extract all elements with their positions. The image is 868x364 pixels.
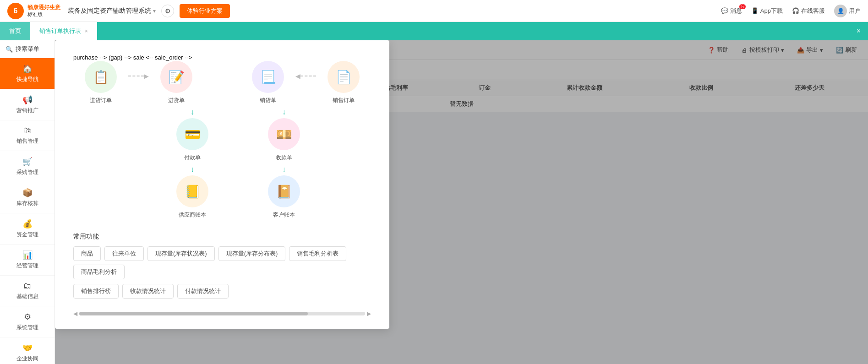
tab-close-icon[interactable]: × — [85, 28, 88, 34]
settings-gear-button[interactable]: ⚙ — [161, 5, 174, 17]
supplier-ledger-circle: 📒 — [176, 175, 208, 207]
btn-goods[interactable]: 商品 — [73, 246, 101, 261]
sale-icon: 📃 — [260, 70, 276, 85]
collab-icon: 🤝 — [22, 343, 33, 353]
online-service-button[interactable]: 🎧 在线客服 — [792, 7, 825, 15]
sidebar-item-operations[interactable]: 📊 经营管理 — [0, 244, 55, 276]
sidebar-item-marketing[interactable]: 📢 营销推广 — [0, 89, 55, 120]
search-icon: 🔍 — [5, 46, 13, 53]
modal-overlay[interactable]: purchase --> (gap) --> sale <-- sale_ord… — [55, 40, 868, 364]
sidebar-item-label: 企业协同 — [16, 355, 38, 363]
sidebar-item-sales[interactable]: 🛍 销售管理 — [0, 120, 55, 151]
flow-node-purchase[interactable]: 📝 进货单 — [149, 61, 204, 104]
brand-name: 畅康通好生意 — [27, 4, 60, 11]
btn-stock-distribution[interactable]: 现存量(库存分布表) — [218, 246, 286, 261]
purchase-order-label: 进货订单 — [90, 97, 112, 104]
scrollbar-track[interactable] — [79, 312, 365, 315]
flow-node-payment[interactable]: 💳 付款单 — [165, 118, 220, 162]
receipt-label: 收款单 — [276, 154, 292, 162]
btn-partners[interactable]: 往来单位 — [104, 246, 144, 261]
tab-home[interactable]: 首页 — [0, 22, 30, 40]
sale-order-icon: 📄 — [336, 70, 352, 85]
common-buttons-row2: 销售排行榜 收款情况统计 付款情况统计 — [73, 284, 371, 299]
home-icon: 🏠 — [22, 64, 33, 74]
sidebar-item-purchase[interactable]: 🛒 采购管理 — [0, 151, 55, 182]
scroll-left-icon[interactable]: ◀ — [73, 310, 77, 317]
sidebar-item-finance[interactable]: 💰 资金管理 — [0, 213, 55, 244]
customer-ledger-circle: 📔 — [268, 175, 300, 207]
btn-stock-status[interactable]: 现存量(库存状况表) — [147, 246, 215, 261]
supplier-ledger-label: 供应商账本 — [179, 211, 206, 219]
receipt-arrow-col: ↓ — [257, 163, 311, 175]
sidebar-search-label: 搜索菜单 — [16, 45, 39, 53]
sidebar-search[interactable]: 🔍 搜索菜单 — [0, 40, 55, 58]
arrow-so-to-s: ◀ — [295, 72, 316, 80]
flow-node-receipt[interactable]: 💴 收款单 — [257, 118, 311, 162]
close-all-tabs-button[interactable]: × — [857, 27, 861, 35]
btn-sales-gross[interactable]: 销售毛利分析表 — [289, 246, 346, 261]
btn-receipt-stats[interactable]: 收款情况统计 — [122, 284, 174, 299]
sale-circle: 📃 — [252, 61, 284, 93]
basic-info-icon: 🗂 — [23, 281, 32, 291]
arrow-down-purchase: ↓ — [176, 108, 208, 116]
customer-ledger-label: 客户账本 — [273, 211, 295, 219]
arrow-down-receipt: ↓ — [268, 165, 300, 174]
flow-node-purchase-order[interactable]: 📋 进货订单 — [73, 61, 128, 104]
message-button[interactable]: 💬 消息 5 — [721, 7, 742, 15]
common-functions-title: 常用功能 — [73, 233, 371, 241]
payment-icon: 💳 — [185, 127, 201, 142]
user-menu-button[interactable]: 👤 用户 — [834, 5, 861, 17]
arrow-down-payment: ↓ — [176, 165, 208, 174]
sidebar-item-label: 营销推广 — [16, 107, 38, 114]
payment-arrow-col: ↓ — [165, 163, 220, 175]
sales-icon: 🛍 — [23, 126, 32, 136]
flow-node-supplier-ledger[interactable]: 📒 供应商账本 — [165, 175, 220, 219]
app-icon: 📱 — [751, 7, 759, 14]
btn-sales-ranking[interactable]: 销售排行榜 — [73, 284, 119, 299]
receipt-icon: 💴 — [276, 127, 292, 142]
system-icon: ⚙ — [24, 312, 31, 322]
sidebar-item-quick-nav[interactable]: 🏠 快捷导航 — [0, 58, 55, 89]
user-avatar: 👤 — [834, 5, 847, 17]
purchase-arrow-col: ↓ — [165, 106, 220, 118]
app-download-button[interactable]: 📱 App下载 — [751, 7, 783, 15]
logo-icon: 6 — [7, 3, 24, 19]
tab-home-label: 首页 — [9, 27, 21, 35]
customer-ledger-icon: 📔 — [276, 184, 292, 199]
brand-sub: 标准版 — [27, 11, 60, 17]
sale-label: 销货单 — [260, 97, 276, 104]
nav-tabs: 首页 销售订单执行表 × × — [0, 22, 868, 40]
supplier-ledger-icon: 📒 — [185, 184, 201, 199]
sidebar-item-label: 快捷导航 — [16, 76, 38, 83]
tab-sales-order-execution[interactable]: 销售订单执行表 × — [30, 22, 97, 40]
flow-node-customer-ledger[interactable]: 📔 客户账本 — [257, 175, 311, 219]
common-functions-section: 常用功能 商品 往来单位 现存量(库存状况表) 现存量(库存分布表) 销售毛利分… — [55, 228, 389, 308]
sidebar-item-system[interactable]: ⚙ 系统管理 — [0, 306, 55, 337]
top-bar: 6 畅康通好生意 标准版 装备及固定资产辅助管理系统 ▾ ⚙ 体验行业方案 💬 … — [0, 0, 868, 22]
message-badge: 5 — [739, 4, 746, 9]
purchase-icon: 🛒 — [22, 157, 33, 167]
main-layout: 🔍 搜索菜单 🏠 快捷导航 📢 营销推广 🛍 销售管理 🛒 采购管理 📦 库存核… — [0, 40, 868, 364]
arrow-down-sale: ↓ — [268, 108, 300, 116]
trial-button[interactable]: 体验行业方案 — [180, 4, 230, 18]
top-right-actions: 💬 消息 5 📱 App下载 🎧 在线客服 👤 用户 — [721, 5, 861, 17]
scroll-right-icon[interactable]: ▶ — [367, 310, 371, 317]
modal-scrollbar: ◀ ▶ — [55, 308, 389, 320]
btn-payment-stats[interactable]: 付款情况统计 — [177, 284, 229, 299]
operations-icon: 📊 — [22, 250, 33, 260]
arrow-left-icon: ◀ — [295, 72, 300, 80]
system-title-area[interactable]: 装备及固定资产辅助管理系统 ▾ — [68, 7, 156, 15]
flow-node-sale[interactable]: 📃 销货单 — [240, 61, 295, 104]
sidebar-item-inventory[interactable]: 📦 库存核算 — [0, 182, 55, 213]
payment-label: 付款单 — [184, 154, 201, 162]
finance-icon: 💰 — [22, 219, 33, 229]
flow-node-sale-order[interactable]: 📄 销售订单 — [316, 61, 371, 104]
sidebar-item-basic-info[interactable]: 🗂 基础信息 — [0, 276, 55, 306]
sidebar-item-label: 基础信息 — [16, 293, 38, 300]
purchase-circle: 📝 — [160, 61, 192, 93]
sidebar: 🔍 搜索菜单 🏠 快捷导航 📢 营销推广 🛍 销售管理 🛒 采购管理 📦 库存核… — [0, 40, 55, 364]
btn-goods-gross[interactable]: 商品毛利分析 — [73, 265, 125, 279]
receipt-circle: 💴 — [268, 118, 300, 150]
sale-order-circle: 📄 — [328, 61, 360, 93]
sidebar-item-collab[interactable]: 🤝 企业协同 — [0, 337, 55, 364]
